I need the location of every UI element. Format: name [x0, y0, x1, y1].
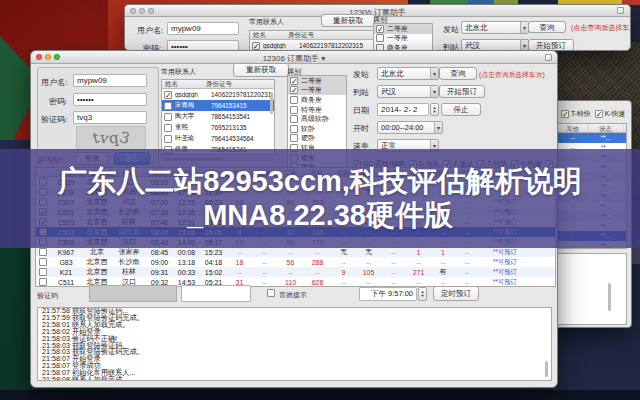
- contact-id: 7695213135: [211, 124, 272, 131]
- contact-row[interactable]: 童熙7695213135: [162, 122, 274, 133]
- checkbox-icon[interactable]: [39, 268, 47, 276]
- date-field[interactable]: 2014- 2- 2: [377, 103, 429, 116]
- contact-row[interactable]: ✓宋青梅7964153415: [162, 100, 274, 111]
- checkbox-icon[interactable]: [164, 135, 172, 143]
- train-row[interactable]: G83北京西长沙南09:0013:1804:1818--56288-------…: [36, 257, 555, 267]
- train-row[interactable]: K21北京西桂林09:3100:3315:02--------9105--271…: [36, 267, 555, 277]
- scrollbar[interactable]: [545, 361, 548, 377]
- checkbox-icon[interactable]: ✓: [290, 77, 298, 85]
- from-station-select[interactable]: 北京北▾: [377, 67, 439, 80]
- username-label: 用户名:: [41, 77, 67, 88]
- chevron-down-icon[interactable]: ▾: [430, 68, 438, 79]
- booking-captcha-input[interactable]: [181, 285, 251, 302]
- to-station-value: 武汉: [381, 87, 430, 97]
- table-cell: 04:18: [200, 259, 227, 266]
- main-window-titlebar[interactable]: 12306 订票助手 ▾: [31, 51, 557, 64]
- table-cell: 9: [331, 269, 356, 276]
- train-row[interactable]: K967北京张家界08:4500:0815:23--------无无--11--…: [36, 247, 555, 257]
- table-cell: 18: [227, 259, 252, 266]
- from-station-select[interactable]: 北京北▾: [461, 21, 529, 34]
- log-area[interactable]: 21:57:58 获取登陆验证码...21:57:59 获取登陆验证码完成。21…: [37, 307, 552, 381]
- checkbox-icon[interactable]: ✓: [164, 91, 172, 99]
- timer-time-field[interactable]: 下午 9:57:00: [359, 287, 417, 301]
- checkbox-icon[interactable]: [290, 106, 298, 114]
- seat-option[interactable]: 商务座: [288, 95, 346, 105]
- checkbox-icon[interactable]: [290, 96, 298, 104]
- contact-row[interactable]: 陶大宇78654153541: [162, 111, 274, 122]
- booking-captcha-image[interactable]: [89, 285, 177, 302]
- sound-checkbox[interactable]: [267, 289, 275, 297]
- column-name[interactable]: 姓名: [162, 80, 206, 88]
- scrollbar[interactable]: [270, 92, 273, 114]
- password-field[interactable]: ••••••: [73, 93, 147, 106]
- checkbox-icon[interactable]: [290, 115, 298, 123]
- captcha-field[interactable]: tvq3: [73, 111, 147, 124]
- checkbox-icon[interactable]: ✓: [290, 86, 298, 94]
- checkbox-icon[interactable]: ✓: [561, 110, 569, 118]
- query-button[interactable]: 查询: [439, 67, 477, 80]
- to-station-select[interactable]: 武汉▾: [377, 85, 439, 98]
- seat-option[interactable]: 高级软卧: [288, 114, 346, 124]
- seat-option[interactable]: 硬卧: [288, 134, 346, 144]
- contact-row[interactable]: ✓gsdgtgh140622197812202315: [162, 89, 274, 100]
- column-id[interactable]: 身份证号: [288, 31, 314, 39]
- seat-option[interactable]: ✓一等座: [288, 86, 346, 96]
- table-cell: --: [356, 279, 381, 286]
- checkbox-icon[interactable]: ✓: [376, 25, 384, 33]
- start-booking-button[interactable]: 开始预订: [439, 85, 485, 98]
- contact-name: 宋青梅: [175, 101, 208, 110]
- desktop: 12306 订票助手 用户名: mypw09 密码: •••••• 常用联系人 …: [0, 0, 640, 400]
- checkbox-icon[interactable]: [290, 134, 298, 142]
- chevron-down-icon[interactable]: ▾: [434, 122, 442, 133]
- seat-option[interactable]: ✓二等座: [288, 76, 346, 86]
- captcha-image[interactable]: tvq3: [76, 126, 146, 150]
- seat-option[interactable]: 一等座: [374, 34, 432, 44]
- date-stepper[interactable]: ▲▼: [430, 103, 439, 116]
- log-line: 21:58:08 联系人加载完成。: [42, 377, 547, 381]
- depart-time-select[interactable]: 00:00--24:00▾: [377, 121, 443, 134]
- column-other[interactable]: 其他: [558, 124, 588, 132]
- arrow-down-icon[interactable]: ▼: [433, 110, 437, 114]
- checkbox-icon[interactable]: ✓: [595, 110, 603, 118]
- resize-icon[interactable]: [545, 54, 552, 61]
- refresh-contacts-button[interactable]: 重新获取: [233, 63, 289, 77]
- scrollbar[interactable]: [608, 283, 611, 311]
- seat-option[interactable]: 软卧: [288, 124, 346, 134]
- time-stepper[interactable]: ▲▼: [418, 287, 427, 301]
- checkbox-icon[interactable]: [164, 113, 172, 121]
- chevron-down-icon[interactable]: ▾: [430, 86, 438, 97]
- train-row[interactable]: --**...: [558, 133, 626, 143]
- contact-id: 140622197812202315: [299, 42, 374, 49]
- seat-option[interactable]: 特等座: [288, 105, 346, 115]
- stop-button[interactable]: 停止: [441, 103, 481, 116]
- contact-row[interactable]: 叶圣谕796414534564: [162, 133, 274, 144]
- checkbox-icon[interactable]: ✓: [164, 102, 172, 110]
- timed-booking-button[interactable]: 定时预订: [433, 286, 479, 301]
- username-field[interactable]: mypw09: [73, 74, 147, 87]
- column-id[interactable]: 身份证号: [206, 80, 232, 88]
- seat-option[interactable]: ✓二等座: [374, 24, 432, 34]
- checkbox-icon[interactable]: [39, 248, 47, 256]
- query-button[interactable]: 查询: [528, 21, 566, 33]
- table-cell: K967: [50, 249, 82, 256]
- table-cell: --: [331, 259, 356, 266]
- column-name[interactable]: 姓名: [250, 31, 288, 39]
- table-cell: 105: [356, 269, 381, 276]
- train-type-filter[interactable]: ✓K-快速: [595, 109, 625, 119]
- checkbox-icon[interactable]: [39, 278, 47, 286]
- refresh-contacts-button[interactable]: 重新获取: [321, 14, 375, 27]
- resize-icon[interactable]: [617, 7, 624, 14]
- checkbox-icon[interactable]: ✓: [252, 42, 260, 50]
- checkbox-icon[interactable]: [39, 258, 47, 266]
- username-field[interactable]: mypw09: [167, 22, 239, 35]
- checkbox-icon[interactable]: [290, 125, 298, 133]
- checkbox-icon[interactable]: [376, 34, 384, 42]
- train-type-filter[interactable]: ✓T-特快: [561, 109, 591, 119]
- checkbox-icon[interactable]: [164, 124, 172, 132]
- sound-label: 音效提示: [279, 290, 307, 300]
- table-cell: 张家界: [112, 247, 146, 257]
- column-status[interactable]: 状态: [588, 124, 624, 132]
- table-cell: 北京西: [82, 267, 112, 277]
- chevron-down-icon[interactable]: ▾: [520, 22, 528, 33]
- arrow-down-icon[interactable]: ▼: [421, 294, 425, 298]
